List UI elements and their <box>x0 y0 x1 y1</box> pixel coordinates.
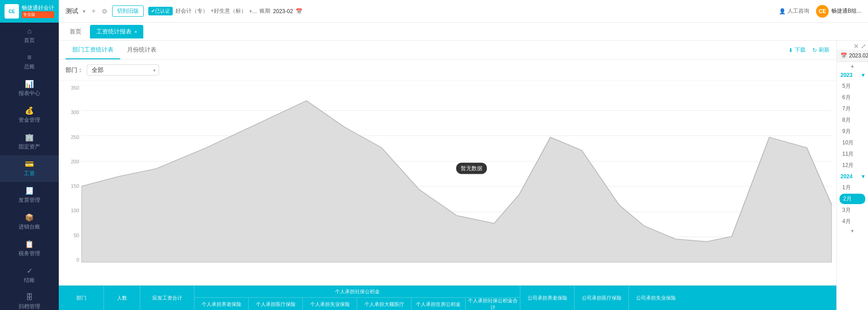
sidebar-item-funds[interactable]: 💰 资金管理 <box>0 102 59 129</box>
nav-label-ledger: 总账 <box>24 63 35 71</box>
th-personal-medical: 个人承担医疗保险 <box>249 298 303 310</box>
app-name: 畅捷通好会计 <box>22 5 54 12</box>
month-3-2024[interactable]: 3月 <box>837 205 868 216</box>
payroll-icon: 💳 <box>25 160 34 168</box>
sidebar-nav: ⌂ 首页 ≡ 总账 📊 报表中心 💰 资金管理 🏢 固定资产 💳 工资 🧾 发票… <box>0 23 59 310</box>
month-tab[interactable]: 月份统计表 <box>120 41 163 59</box>
month-1-2024[interactable]: 1月 <box>837 182 868 193</box>
certified-badge: ✔已认证 <box>148 7 173 15</box>
y-label-100: 100 <box>66 208 79 213</box>
sidebar-item-archive[interactable]: 🗄 归档管理 <box>0 289 59 310</box>
refresh-icon: ↻ <box>812 47 817 53</box>
logo-icon: CE <box>5 4 19 19</box>
th-personal-unemploy: 个人承担失业保险 <box>303 298 357 310</box>
purchase-icon: 📦 <box>25 213 34 222</box>
calendar-icon[interactable]: 📅 <box>296 8 302 14</box>
avatar: CE <box>816 5 829 18</box>
month-5[interactable]: 5月 <box>837 81 868 92</box>
nav-label-checkout: 结账 <box>24 277 35 284</box>
month-7[interactable]: 7月 <box>837 103 868 114</box>
nav-label-home: 首页 <box>24 37 35 44</box>
month-9[interactable]: 9月 <box>837 126 868 137</box>
refresh-btn[interactable]: ↻ 刷新 <box>812 46 830 54</box>
months-2023: 5月 6月 7月 8月 9月 10月 11月 12月 <box>837 81 868 171</box>
tab-close-icon[interactable]: × <box>134 29 137 34</box>
expand-btn[interactable]: ⤢ <box>861 43 866 50</box>
nav-label-purchase: 进销台账 <box>19 223 40 231</box>
sidebar-item-payroll[interactable]: 💳 工资 <box>0 155 59 182</box>
sidebar-item-invoice[interactable]: 🧾 发票管理 <box>0 182 59 209</box>
sub-tabs: 部门工资统计表 月份统计表 ⬇ 下载 ↻ 刷新 <box>59 41 836 60</box>
sidebar-item-tax[interactable]: 📋 税务管理 <box>0 235 59 262</box>
nav-label-archive: 归档管理 <box>19 303 40 310</box>
th-company-pension: 公司承担养老保险 <box>520 286 575 310</box>
calendar-small-icon: 📅 <box>840 52 847 59</box>
add-button[interactable]: ＋ <box>90 6 97 16</box>
sidebar-item-assets[interactable]: 🏢 固定资产 <box>0 129 59 155</box>
month-12[interactable]: 12月 <box>837 160 868 171</box>
th-personal-extra-medical: 个人承担大额医疗 <box>357 298 411 310</box>
chevron-up-icon: ▾ <box>862 72 864 78</box>
right-panel: ✕ ⤢ 📅 2023.02 ▲ 2023 ▾ 5月 6月 7月 8月 9月 10… <box>836 41 868 310</box>
tab-salary[interactable]: 工资统计报表 × <box>90 25 143 38</box>
y-label-350: 350 <box>66 85 79 91</box>
year-2023[interactable]: 2023 ▾ <box>837 70 868 81</box>
month-8[interactable]: 8月 <box>837 114 868 126</box>
sub-tab-actions: ⬇ 下载 ↻ 刷新 <box>788 46 830 54</box>
sidebar: CE 畅捷通好会计 专业版 ⌂ 首页 ≡ 总账 📊 报表中心 💰 资金管理 🏢 … <box>0 0 59 310</box>
month-11[interactable]: 11月 <box>837 148 868 160</box>
dept-filter-label: 部门： <box>66 66 83 74</box>
nav-label-funds: 资金管理 <box>19 116 40 124</box>
tax-icon: 📋 <box>25 240 34 248</box>
close-panel-btn[interactable]: ✕ <box>854 43 859 50</box>
month-6[interactable]: 6月 <box>837 92 868 103</box>
month-10[interactable]: 10月 <box>837 137 868 148</box>
month-2-2024[interactable]: 2月 <box>840 194 865 204</box>
y-label-150: 150 <box>66 183 79 189</box>
checkout-icon: ✓ <box>27 267 33 275</box>
scroll-up-btn[interactable]: ▲ <box>837 62 868 70</box>
archive-icon: 🗄 <box>26 293 33 301</box>
download-btn[interactable]: ⬇ 下载 <box>788 46 806 54</box>
topbar-title: 测试 <box>66 7 78 15</box>
sidebar-item-purchase[interactable]: 📦 进销台账 <box>0 209 59 235</box>
download-icon: ⬇ <box>788 47 793 53</box>
th-company-unemploy: 公司承担失业保险 <box>629 286 683 310</box>
switch-to-old-btn[interactable]: 切到旧版 <box>112 5 144 17</box>
tab-home[interactable]: 首页 <box>63 25 88 38</box>
sidebar-item-home[interactable]: ⌂ 首页 <box>0 23 59 49</box>
period-label: 账期 <box>259 7 270 15</box>
help-icon: 👤 <box>779 8 786 14</box>
months-2024: 1月 2月 3月 4月 <box>837 182 868 227</box>
chart-container: 部门工资统计表 月份统计表 ⬇ 下载 ↻ 刷新 <box>59 41 836 310</box>
area-chart <box>81 85 832 262</box>
chart-tooltip: 暂无数据 <box>456 163 487 174</box>
app-logo: CE 畅捷通好会计 专业版 <box>0 0 59 23</box>
th-dept: 部门 <box>59 286 104 310</box>
nav-label-reports: 报表中心 <box>19 90 40 97</box>
settings-button[interactable]: ⚙ <box>102 8 108 15</box>
panel-controls: ✕ ⤢ <box>837 41 868 50</box>
sidebar-item-reports[interactable]: 📊 报表中心 <box>0 75 59 102</box>
month-4-2024[interactable]: 4月 <box>837 216 868 227</box>
more-status: +... <box>249 8 257 14</box>
year-2024[interactable]: 2024 ▾ <box>837 171 868 182</box>
reports-icon: 📊 <box>25 80 34 88</box>
good-business-status: +好生意（标） <box>211 7 246 15</box>
dept-tab[interactable]: 部门工资统计表 <box>66 41 120 59</box>
dept-select[interactable]: 全部 财务部 销售部 行政部 技术部 <box>87 64 159 76</box>
sidebar-item-checkout[interactable]: ✓ 结账 <box>0 262 59 289</box>
help-button[interactable]: 👤 人工咨询 <box>779 7 809 15</box>
th-personal-pension: 个人承担养老保险 <box>194 298 249 310</box>
user-profile[interactable]: CE 畅捷通B组... <box>816 5 861 18</box>
table-header: 部门 人数 应发工资合计 个人承担社保公积金 个人承担养老保险 个人承担医疗保险… <box>59 286 836 310</box>
home-icon: ⌂ <box>27 27 32 35</box>
chevron-down-icon: ▾ <box>862 173 864 180</box>
app-edition: 专业版 <box>22 11 54 18</box>
y-label-0: 0 <box>66 257 79 262</box>
panel-header: 📅 2023.02 <box>837 50 868 62</box>
scroll-down-btn[interactable]: ▼ <box>837 227 868 235</box>
nav-label-payroll: 工资 <box>24 170 35 177</box>
th-count: 人数 <box>104 286 140 310</box>
sidebar-item-ledger[interactable]: ≡ 总账 <box>0 49 59 75</box>
